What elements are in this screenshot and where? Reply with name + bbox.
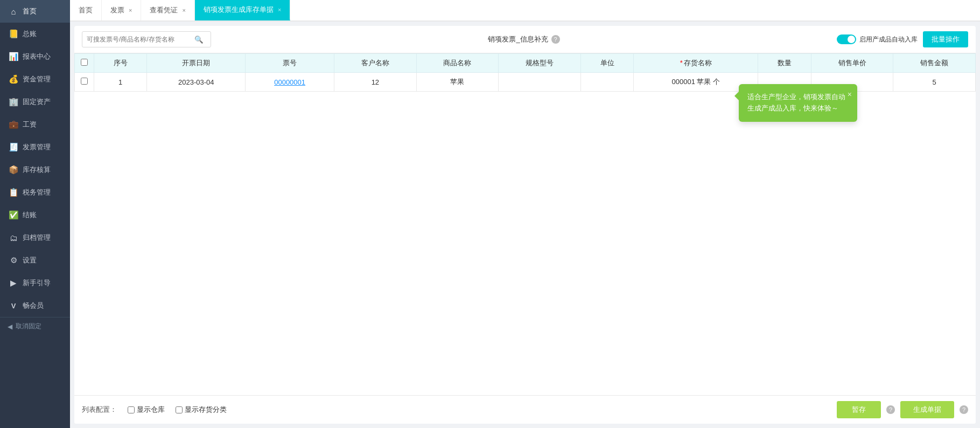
tab-voucher-close[interactable]: × (182, 7, 185, 13)
select-all-checkbox[interactable] (81, 59, 88, 66)
settlement-icon: ✅ (9, 210, 18, 220)
row-checkbox-cell (75, 73, 94, 92)
reports-icon: 📊 (9, 52, 18, 61)
row-number-link[interactable]: 00000001 (274, 78, 305, 86)
col-product: 商品名称 (416, 54, 499, 73)
sidebar-item-home[interactable]: ⌂ 首页 (0, 0, 70, 23)
tab-invoice-close[interactable]: × (129, 7, 132, 13)
cancel-fixed-btn[interactable]: ◀ 取消固定 (0, 317, 70, 335)
bottom-actions: 暂存 ? 生成单据 ? (837, 401, 968, 418)
sidebar-item-capital[interactable]: 💰 资金管理 (0, 68, 70, 91)
show-category-checkbox[interactable] (176, 406, 183, 413)
sidebar-item-vip[interactable]: V 畅会员 (0, 294, 70, 317)
search-button[interactable]: 🔍 (190, 36, 208, 44)
list-config-label: 列表配置： (82, 405, 117, 415)
col-qty: 数量 (758, 54, 811, 73)
main-area: 首页 发票 × 查看凭证 × 销项发票生成库存单据 × 🔍 销项发票_信息补充 … (70, 0, 980, 428)
col-unit: 单位 (580, 54, 633, 73)
auto-warehouse-toggle[interactable] (837, 34, 856, 44)
sidebar-item-labor[interactable]: 💼 工资 (0, 113, 70, 136)
info-supplement-label: 销项发票_信息补充 (488, 34, 548, 44)
sidebar-item-reports[interactable]: 📊 报表中心 (0, 45, 70, 68)
row-amount: 5 (893, 73, 976, 92)
sidebar-item-ledger[interactable]: 📒 总账 (0, 23, 70, 45)
archive-icon: 🗂 (9, 233, 18, 243)
tax-icon: 📋 (9, 188, 18, 197)
tab-bar: 首页 发票 × 查看凭证 × 销项发票生成库存单据 × (70, 0, 980, 22)
search-input[interactable] (82, 36, 190, 43)
tab-active[interactable]: 销项发票生成库存单据 × (195, 0, 290, 20)
sidebar-item-archive[interactable]: 🗂 归档管理 (0, 226, 70, 249)
labor-icon: 💼 (9, 120, 18, 129)
col-price: 销售单价 (811, 54, 893, 73)
capital-icon: 💰 (9, 74, 18, 84)
sidebar-item-settings[interactable]: ⚙ 设置 (0, 249, 70, 272)
cancel-fixed-icon: ◀ (8, 323, 12, 330)
col-spec: 规格型号 (499, 54, 581, 73)
show-category-label[interactable]: 显示存货分类 (176, 405, 227, 415)
tooltip-box: × 适合生产型企业，销项发票自动生成产成品入库，快来体验～ (739, 84, 857, 122)
toggle-switch: 启用产成品自动入库 (837, 34, 918, 44)
settings-icon: ⚙ (9, 256, 18, 265)
search-box[interactable]: 🔍 (82, 31, 211, 47)
bottom-bar: 列表配置： 显示仓库 显示存货分类 暂存 ? 生成单据 ? (74, 395, 976, 424)
sidebar-item-inventory[interactable]: 📦 库存核算 (0, 158, 70, 181)
sidebar-item-settlement[interactable]: ✅ 结账 (0, 204, 70, 226)
invoice-icon: 🧾 (9, 142, 18, 152)
tab-active-close[interactable]: × (278, 6, 281, 13)
toolbar: 🔍 销项发票_信息补充 ? 启用产成品自动入库 批量操作 (74, 26, 976, 53)
col-amount: 销售金额 (893, 54, 976, 73)
assets-icon: 🏢 (9, 97, 18, 107)
inventory-icon: 📦 (9, 165, 18, 175)
generate-help-icon[interactable]: ? (960, 405, 968, 414)
sidebar-item-tax[interactable]: 📋 税务管理 (0, 181, 70, 204)
row-unit (580, 73, 633, 92)
tab-home[interactable]: 首页 (70, 0, 102, 20)
ledger-icon: 📒 (9, 29, 18, 39)
sidebar-item-assets[interactable]: 🏢 固定资产 (0, 91, 70, 113)
row-product: 苹果 (416, 73, 499, 92)
row-number: 00000001 (246, 73, 334, 92)
info-help-icon[interactable]: ? (551, 35, 560, 44)
tooltip-close-btn[interactable]: × (848, 88, 852, 100)
row-checkbox[interactable] (81, 78, 88, 85)
batch-button[interactable]: 批量操作 (923, 31, 968, 47)
vip-icon: V (9, 302, 18, 310)
row-spec (499, 73, 581, 92)
tab-invoice[interactable]: 发票 × (102, 0, 141, 20)
save-help-icon[interactable]: ? (886, 405, 895, 414)
row-seq: 1 (94, 73, 147, 92)
toolbar-middle: 销项发票_信息补充 ? (216, 34, 831, 44)
toolbar-right: 启用产成品自动入库 批量操作 (837, 31, 968, 47)
table-header-row: 序号 开票日期 票号 客户名称 商品名称 规格型号 单位 *存货名称 数量 销售… (75, 54, 976, 73)
col-checkbox (75, 54, 94, 73)
col-inventory: *存货名称 (634, 54, 758, 73)
row-customer: 12 (334, 73, 417, 92)
row-date: 2023-03-04 (147, 73, 246, 92)
col-number: 票号 (246, 54, 334, 73)
generate-button[interactable]: 生成单据 (900, 401, 954, 418)
col-seq: 序号 (94, 54, 147, 73)
toggle-label: 启用产成品自动入库 (859, 35, 918, 44)
tooltip-text: 适合生产型企业，销项发票自动生成产成品入库，快来体验～ (747, 93, 845, 112)
tab-voucher[interactable]: 查看凭证 × (141, 0, 194, 20)
sidebar: ⌂ 首页 📒 总账 📊 报表中心 💰 资金管理 🏢 固定资产 💼 工资 🧾 发票… (0, 0, 70, 428)
sidebar-item-invoice[interactable]: 🧾 发票管理 (0, 136, 70, 158)
show-warehouse-label[interactable]: 显示仓库 (128, 405, 165, 415)
sidebar-item-guide[interactable]: ▶ 新手引导 (0, 272, 70, 294)
guide-icon: ▶ (9, 278, 18, 288)
save-button[interactable]: 暂存 (837, 401, 881, 418)
home-icon: ⌂ (9, 7, 18, 16)
show-warehouse-checkbox[interactable] (128, 406, 135, 413)
col-date: 开票日期 (147, 54, 246, 73)
content-card: 🔍 销项发票_信息补充 ? 启用产成品自动入库 批量操作 (74, 26, 976, 424)
col-customer: 客户名称 (334, 54, 417, 73)
